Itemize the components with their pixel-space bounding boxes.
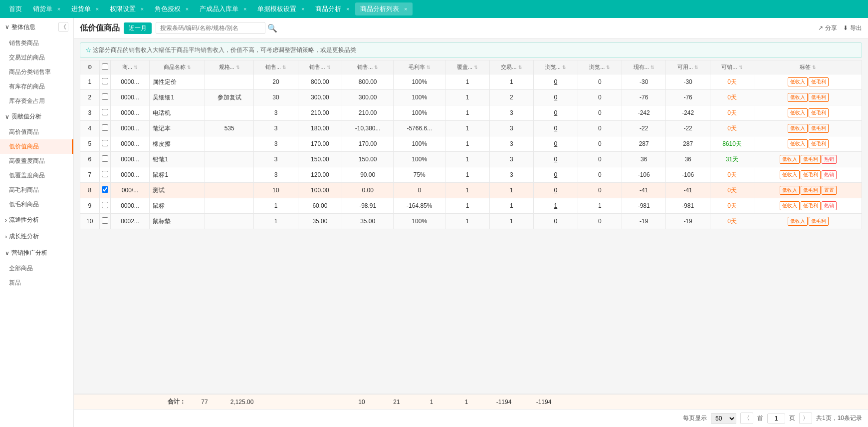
- view1-link[interactable]: 0: [554, 187, 558, 194]
- topnav-item-sales[interactable]: 销货单 ×: [28, 2, 65, 15]
- row-checkbox[interactable]: [102, 124, 108, 131]
- view1-link[interactable]: 0: [554, 156, 558, 163]
- sidebar-section-circulation[interactable]: › 流通性分析: [0, 212, 73, 228]
- sidebar-collapse-btn[interactable]: 《: [58, 22, 68, 32]
- sidebar-section-marketing[interactable]: ∨ 营销推广分析: [0, 245, 73, 261]
- topnav-item-analysis-list[interactable]: 商品分析列表 ×: [355, 2, 412, 15]
- close-icon[interactable]: ×: [301, 6, 304, 12]
- time-filter-button[interactable]: 近一月: [124, 22, 152, 34]
- export-button[interactable]: ⬇ 导出: [843, 24, 862, 32]
- sidebar-item-sales-products[interactable]: 销售类商品: [0, 36, 73, 50]
- close-icon[interactable]: ×: [404, 6, 407, 12]
- view1-link[interactable]: 0: [554, 140, 558, 147]
- cell-view1[interactable]: 1: [534, 198, 578, 214]
- th-spec[interactable]: 规格... ⇅: [205, 60, 253, 74]
- cell-checkbox[interactable]: [99, 90, 110, 105]
- cell-view1[interactable]: 0: [534, 90, 578, 105]
- cell-view1[interactable]: 0: [534, 121, 578, 136]
- th-coverage[interactable]: 覆盖... ⇅: [445, 60, 489, 74]
- row-checkbox[interactable]: [102, 140, 108, 146]
- th-trade[interactable]: 交易... ⇅: [489, 60, 533, 74]
- cell-checkbox[interactable]: [99, 183, 110, 198]
- sidebar-item-high-value[interactable]: 高价值商品: [0, 125, 73, 139]
- sidebar-item-high-margin[interactable]: 高毛利商品: [0, 183, 73, 197]
- th-settings[interactable]: ⚙: [80, 60, 100, 74]
- page-size-select[interactable]: 50 100 200: [711, 413, 736, 424]
- search-icon[interactable]: 🔍: [267, 23, 277, 33]
- cell-view1[interactable]: 0: [534, 183, 578, 198]
- sidebar-item-category-sales-rate[interactable]: 商品分类销售率: [0, 65, 73, 79]
- cell-view1[interactable]: 0: [534, 152, 578, 167]
- row-checkbox[interactable]: [102, 217, 108, 224]
- th-sale-amount[interactable]: 销售... ⇅: [298, 60, 342, 74]
- sidebar-section-overall[interactable]: ∨ 整体信息 《: [0, 18, 73, 36]
- th-view1[interactable]: 浏览... ⇅: [534, 60, 578, 74]
- cell-checkbox[interactable]: [99, 152, 110, 167]
- topnav-item-purchase[interactable]: 进货单 ×: [66, 2, 104, 15]
- th-name[interactable]: 商品名称 ⇅: [150, 60, 205, 74]
- close-icon[interactable]: ×: [96, 6, 99, 12]
- th-checkbox[interactable]: [99, 60, 110, 74]
- close-icon[interactable]: ×: [243, 6, 246, 12]
- sidebar-item-high-coverage[interactable]: 高覆盖度商品: [0, 154, 73, 168]
- th-margin[interactable]: 毛利率 ⇅: [394, 60, 445, 74]
- topnav-item-permission[interactable]: 权限设置 ×: [105, 2, 149, 15]
- th-available-stock[interactable]: 可用... ⇅: [666, 60, 710, 74]
- sidebar-item-stocked-products[interactable]: 有库存的商品: [0, 79, 73, 94]
- cell-checkbox[interactable]: [99, 167, 110, 183]
- cell-checkbox[interactable]: [99, 198, 110, 214]
- page-number-input[interactable]: [767, 414, 785, 424]
- view1-link[interactable]: 0: [554, 109, 558, 116]
- topnav-item-product[interactable]: 产成品入库单 ×: [195, 2, 251, 15]
- close-icon[interactable]: ×: [186, 6, 189, 12]
- sidebar-section-contribution[interactable]: ∨ 贡献值分析: [0, 108, 73, 125]
- row-checkbox[interactable]: [102, 186, 108, 193]
- th-sale-price[interactable]: 销售... ⇅: [342, 60, 394, 74]
- data-table-container[interactable]: ⚙ 商... ⇅ 商品名称 ⇅ 规格... ⇅ 销售... ⇅ 销售... ⇅ …: [74, 60, 868, 394]
- sidebar-section-growth[interactable]: › 成长性分析: [0, 228, 73, 245]
- view1-link[interactable]: 1: [554, 202, 558, 209]
- th-current-stock[interactable]: 现有... ⇅: [622, 60, 665, 74]
- cell-view1[interactable]: 0: [534, 105, 578, 121]
- cell-view1[interactable]: 0: [534, 136, 578, 152]
- select-all-checkbox[interactable]: [102, 63, 108, 70]
- row-checkbox[interactable]: [102, 155, 108, 162]
- sidebar-item-low-value[interactable]: 低价值商品: [0, 139, 73, 154]
- cell-checkbox[interactable]: [99, 121, 110, 136]
- row-checkbox[interactable]: [102, 171, 108, 177]
- page-next-button[interactable]: 〉: [799, 413, 812, 424]
- share-button[interactable]: ↗ 分享: [818, 24, 837, 32]
- close-icon[interactable]: ×: [346, 6, 349, 12]
- th-code[interactable]: 商... ⇅: [110, 60, 150, 74]
- cell-checkbox[interactable]: [99, 74, 110, 90]
- page-first-button[interactable]: 〈: [740, 413, 753, 424]
- sidebar-item-low-margin[interactable]: 低毛利商品: [0, 197, 73, 212]
- th-sellable-days[interactable]: 可销... ⇅: [710, 60, 754, 74]
- row-checkbox[interactable]: [102, 109, 108, 115]
- view1-link[interactable]: 0: [554, 218, 558, 225]
- view1-link[interactable]: 0: [554, 125, 558, 132]
- cell-view1[interactable]: 0: [534, 74, 578, 90]
- cell-checkbox[interactable]: [99, 105, 110, 121]
- search-input[interactable]: [156, 22, 265, 34]
- row-checkbox[interactable]: [102, 93, 108, 100]
- sidebar-item-inventory-capital[interactable]: 库存资金占用: [0, 94, 73, 108]
- sidebar-item-traded-products[interactable]: 交易过的商品: [0, 50, 73, 65]
- row-checkbox[interactable]: [102, 202, 108, 208]
- view1-link[interactable]: 0: [554, 78, 558, 85]
- cell-checkbox[interactable]: [99, 136, 110, 152]
- view1-link[interactable]: 0: [554, 171, 558, 178]
- cell-view1[interactable]: 0: [534, 167, 578, 183]
- th-tags[interactable]: 标签 ⇅: [754, 60, 862, 74]
- close-icon[interactable]: ×: [57, 6, 60, 12]
- topnav-item-template[interactable]: 单据模板设置 ×: [252, 2, 309, 15]
- sidebar-item-all-products[interactable]: 全部商品: [0, 261, 73, 276]
- close-icon[interactable]: ×: [141, 6, 144, 12]
- topnav-item-home[interactable]: 首页: [4, 2, 27, 15]
- view1-link[interactable]: 0: [554, 94, 558, 101]
- th-view2[interactable]: 浏览... ⇅: [578, 60, 622, 74]
- topnav-item-role[interactable]: 角色授权 ×: [150, 2, 194, 15]
- sidebar-item-new-products[interactable]: 新品: [0, 276, 73, 290]
- topnav-item-analysis[interactable]: 商品分析 ×: [310, 2, 354, 15]
- cell-view1[interactable]: 0: [534, 214, 578, 229]
